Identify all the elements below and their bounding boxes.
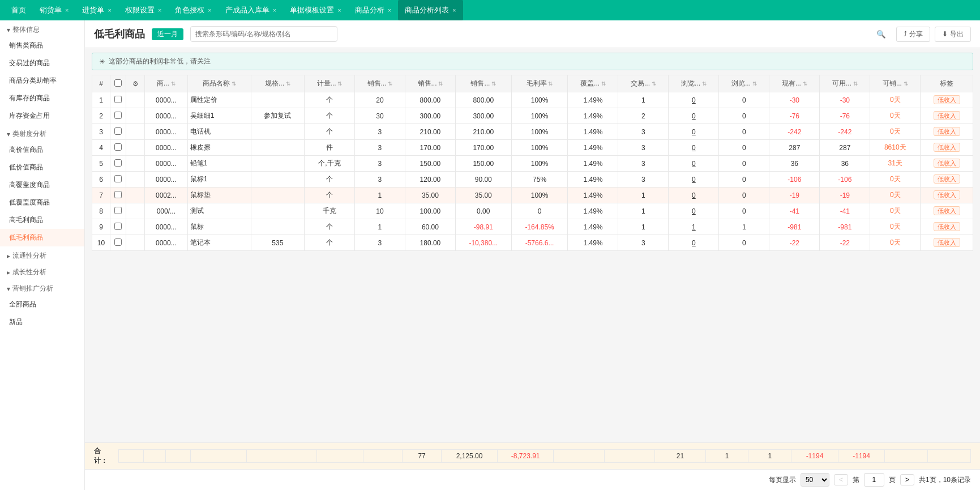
row-checkbox[interactable] (114, 112, 122, 119)
close-icon[interactable]: × (388, 0, 391, 20)
row-checkbox[interactable] (114, 223, 122, 230)
sidebar-item-high-coverage[interactable]: 高覆盖度商品 (0, 176, 84, 194)
search-icon[interactable]: 🔍 (876, 30, 886, 39)
row-checkbox[interactable] (114, 96, 122, 103)
sidebar-item-traded-goods[interactable]: 交易过的商品 (0, 54, 84, 72)
cell-view1[interactable]: 0 (669, 172, 719, 188)
cell-name[interactable]: 鼠标 (187, 219, 251, 235)
cell-name[interactable]: 吴细细1 (187, 108, 251, 124)
cell-check[interactable] (110, 188, 126, 203)
nav-role-auth[interactable]: 角色授权 × (168, 0, 218, 20)
cell-name[interactable]: 橡皮擦 (187, 140, 251, 156)
th-spec[interactable]: 规格... (251, 75, 304, 92)
sidebar-item-capital[interactable]: 库存资金占用 (0, 107, 84, 125)
nav-permission[interactable]: 权限设置 × (118, 0, 168, 20)
th-code[interactable]: 商... (145, 75, 188, 92)
cell-view1[interactable]: 0 (669, 124, 719, 140)
sidebar-group-marketing[interactable]: ▾ 营销推广分析 (0, 279, 84, 296)
sidebar-group-flow[interactable]: ▸ 流通性分析 (0, 246, 84, 263)
th-saleable[interactable]: 可销... (870, 75, 921, 92)
cell-name[interactable]: 测试 (187, 203, 251, 219)
cell-check[interactable] (110, 235, 126, 251)
nav-goods-analysis-list[interactable]: 商品分析列表 × (398, 0, 463, 20)
nav-goods-analysis[interactable]: 商品分析 × (348, 0, 398, 20)
cell-view1[interactable]: 0 (669, 140, 719, 156)
close-icon[interactable]: × (208, 0, 211, 20)
cell-check[interactable] (110, 156, 126, 172)
sidebar-item-low-value[interactable]: 低价值商品 (0, 159, 84, 176)
cell-name[interactable]: 笔记本 (187, 235, 251, 251)
export-button[interactable]: ⬇ 导出 (935, 27, 971, 42)
th-sales-profit[interactable]: 销售... (455, 75, 511, 92)
th-view1[interactable]: 浏览... (669, 75, 719, 92)
cell-view1[interactable]: 0 (669, 108, 719, 124)
cell-check[interactable] (110, 108, 126, 124)
th-check[interactable] (110, 75, 126, 92)
sidebar-item-low-coverage[interactable]: 低覆盖度商品 (0, 194, 84, 211)
cell-view1[interactable]: 0 (669, 92, 719, 108)
next-page-button[interactable]: > (900, 474, 914, 485)
cell-check[interactable] (110, 219, 126, 235)
time-tag-button[interactable]: 近一月 (152, 28, 183, 40)
sidebar-group-class[interactable]: ▾ 类射度分析 (0, 125, 84, 141)
th-trade-count[interactable]: 交易... (618, 75, 669, 92)
close-icon[interactable]: × (337, 0, 341, 20)
cell-name[interactable]: 铅笔1 (187, 156, 251, 172)
select-all-checkbox[interactable] (114, 79, 122, 87)
row-checkbox[interactable] (114, 191, 122, 198)
sidebar-item-high-margin[interactable]: 高毛利商品 (0, 211, 84, 229)
cell-name[interactable]: 鼠标垫 (187, 188, 251, 203)
sidebar-group-growth[interactable]: ▸ 成长性分析 (0, 263, 84, 279)
th-sales-qty[interactable]: 销售... (354, 75, 405, 92)
close-icon[interactable]: × (108, 0, 111, 20)
th-current-stock[interactable]: 现有... (769, 75, 820, 92)
cell-check[interactable] (110, 203, 126, 219)
row-checkbox[interactable] (114, 238, 122, 246)
sidebar-item-new-goods[interactable]: 新品 (0, 313, 84, 331)
cell-view1[interactable]: 0 (669, 188, 719, 203)
row-checkbox[interactable] (114, 143, 122, 151)
nav-purchase-order[interactable]: 进货单 × (75, 0, 118, 20)
nav-product-receipt[interactable]: 产成品入库单 × (219, 0, 283, 20)
cell-view1[interactable]: 1 (669, 219, 719, 235)
th-coverage[interactable]: 覆盖... (568, 75, 618, 92)
th-view2[interactable]: 浏览... (719, 75, 769, 92)
th-name[interactable]: 商品名称 (187, 75, 251, 92)
close-icon[interactable]: × (273, 0, 276, 20)
close-icon[interactable]: × (158, 0, 161, 20)
current-page-input[interactable] (864, 473, 884, 487)
cell-name[interactable]: 鼠标1 (187, 172, 251, 188)
sidebar-item-low-margin[interactable]: 低毛利商品 (0, 229, 84, 246)
th-gross-rate[interactable]: 毛利率 (511, 75, 568, 92)
search-input[interactable] (190, 26, 337, 42)
th-available[interactable]: 可用... (820, 75, 870, 92)
sidebar-item-instock-goods[interactable]: 有库存的商品 (0, 90, 84, 107)
cell-view1[interactable]: 0 (669, 203, 719, 219)
cell-check[interactable] (110, 92, 126, 108)
cell-check[interactable] (110, 140, 126, 156)
per-page-select[interactable]: 50 100 200 (801, 473, 829, 487)
cell-view1[interactable]: 0 (669, 235, 719, 251)
row-checkbox[interactable] (114, 127, 122, 135)
share-button[interactable]: ⤴ 分享 (896, 27, 930, 42)
sidebar-item-all-goods[interactable]: 全部商品 (0, 296, 84, 313)
cell-view1[interactable]: 0 (669, 156, 719, 172)
nav-template-setting[interactable]: 单据模板设置 × (283, 0, 348, 20)
sidebar-item-category-rate[interactable]: 商品分类助销率 (0, 72, 84, 90)
nav-sales-order[interactable]: 销货单 × (33, 0, 75, 20)
sidebar-group-overall[interactable]: ▾ 整体信息 (0, 20, 84, 37)
th-sales-price[interactable]: 销售... (405, 75, 455, 92)
row-checkbox[interactable] (114, 207, 122, 214)
close-icon[interactable]: × (452, 0, 456, 20)
close-icon[interactable]: × (65, 0, 69, 20)
prev-page-button[interactable]: < (834, 474, 848, 485)
row-checkbox[interactable] (114, 175, 122, 182)
cell-check[interactable] (110, 172, 126, 188)
cell-name[interactable]: 属性定价 (187, 92, 251, 108)
sidebar-item-sales-goods[interactable]: 销售类商品 (0, 37, 84, 54)
th-unit[interactable]: 计量... (305, 75, 355, 92)
sidebar-item-high-value[interactable]: 高价值商品 (0, 141, 84, 159)
row-checkbox[interactable] (114, 159, 122, 167)
cell-check[interactable] (110, 124, 126, 140)
nav-home[interactable]: 首页 (5, 0, 33, 20)
